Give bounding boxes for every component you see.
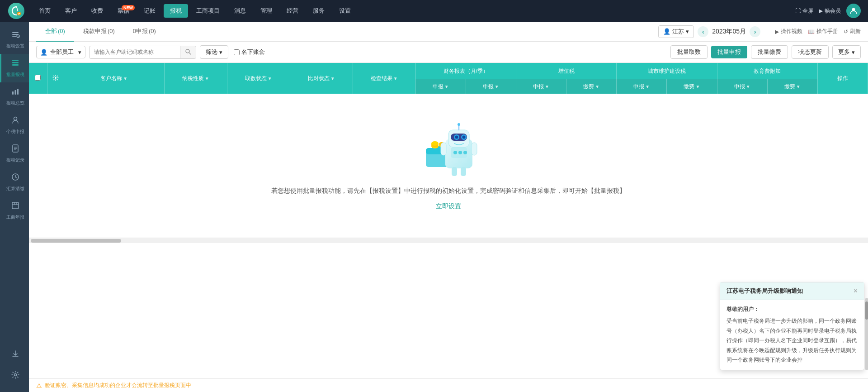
logo-icon (8, 3, 24, 19)
fullscreen-btn[interactable]: ⛶ 全屏 (795, 7, 813, 15)
search-button[interactable] (180, 46, 196, 58)
notification-scroll-thumb[interactable] (865, 301, 868, 320)
filter-edu-pay-icon[interactable]: ▼ (796, 84, 801, 89)
avatar[interactable] (846, 4, 861, 18)
filter-button[interactable]: 筛选 ▾ (200, 45, 228, 59)
more-btn[interactable]: 更多 ▾ (832, 45, 861, 59)
filter-customer-icon[interactable]: ▼ (123, 76, 127, 81)
refresh-btn[interactable]: ↺ 刷新 (844, 28, 861, 35)
sidebar-item-tax-settings[interactable]: 报税设置 (0, 25, 29, 54)
svg-rect-7 (12, 62, 19, 63)
sidebar-item-tax-overview[interactable]: 报税总览 (0, 82, 29, 111)
operation-manual-link[interactable]: 📖 操作手册 (808, 28, 838, 35)
svg-rect-50 (472, 143, 477, 155)
member-btn[interactable]: ▶ 畅会员 (819, 7, 841, 15)
tab-all[interactable]: 全部 (0) (36, 22, 74, 42)
th-city-construction-tax: 城市维护建设税 (617, 63, 717, 79)
select-all-checkbox[interactable] (35, 75, 41, 81)
th-vat-pay: 缴费▼ (566, 79, 617, 94)
province-selector[interactable]: 👤 江苏 ▾ (658, 25, 694, 38)
empty-main-text: 若您想使用批量报税功能，请先在【报税设置】中进行报税的初始化设置，完成密码验证和… (271, 187, 626, 195)
h-scroll-thumb[interactable] (31, 239, 121, 243)
nav-commerce[interactable]: 工商项目 (190, 4, 226, 18)
operation-video-link[interactable]: ▶ 操作视频 (775, 28, 802, 35)
nav-service[interactable]: 服务 (307, 4, 331, 18)
nav-billing[interactable]: 收费 (85, 4, 109, 18)
nav-tax[interactable]: 报税 (164, 4, 188, 18)
nav-accounting[interactable]: 记账 (137, 4, 162, 18)
filter-edu-declare-icon[interactable]: ▼ (746, 84, 750, 89)
svg-rect-6 (12, 60, 19, 61)
batch-pay-btn[interactable]: 批量缴费 (751, 45, 788, 59)
filter-city-declare-icon[interactable]: ▼ (645, 84, 650, 89)
employee-filter[interactable]: 👤 全部员工 ▾ (36, 46, 85, 58)
sidebar-item-batch-tax[interactable]: 批量报税 (0, 54, 29, 82)
svg-point-23 (186, 49, 189, 53)
batch-declare-btn[interactable]: 批量申报 (711, 46, 747, 58)
svg-point-12 (14, 117, 17, 120)
date-navigation: ‹ 2023年05月 › (698, 26, 760, 37)
nav-customer[interactable]: 客户 (59, 4, 83, 18)
tax-overview-icon (11, 87, 20, 98)
robot-illustration (419, 121, 478, 180)
horizontal-scrollbar[interactable] (29, 238, 868, 243)
accounts-checkbox[interactable] (234, 49, 240, 55)
nav-settings[interactable]: 设置 (333, 4, 357, 18)
sidebar-item-personal-tax[interactable]: 个税申报 (0, 111, 29, 139)
svg-rect-18 (12, 202, 19, 209)
nav-invoice[interactable]: 票据 NEW (111, 4, 136, 18)
svg-line-24 (189, 53, 191, 54)
sidebar-download[interactable] (0, 345, 29, 364)
col-customer-label: 客户名称 (100, 75, 122, 82)
nav-operations[interactable]: 经营 (280, 4, 305, 18)
sidebar-item-annual-report[interactable]: 工商年报 (0, 196, 29, 225)
person-icon: 👤 (663, 28, 670, 35)
filter-check-icon[interactable]: ▼ (393, 76, 398, 81)
svg-rect-52 (461, 167, 466, 176)
svg-point-46 (453, 151, 457, 154)
filter-tax-nature-icon[interactable]: ▼ (205, 76, 209, 81)
sidebar-item-tax-records[interactable]: 报税记录 (0, 139, 29, 168)
settlement-icon (11, 172, 20, 184)
search-input[interactable] (90, 47, 180, 57)
filter-chevron-icon: ▾ (219, 49, 222, 56)
filter-vat-pay-icon[interactable]: ▼ (595, 84, 599, 89)
nav-home[interactable]: 首页 (33, 4, 57, 18)
more-chevron-icon: ▾ (852, 49, 855, 56)
svg-point-31 (431, 141, 439, 146)
th-fin-declare2: 申报▼ (466, 79, 516, 94)
tab-tax-declare[interactable]: 税款申报 (0) (74, 22, 124, 42)
app-logo[interactable] (7, 2, 25, 20)
filter-vat-declare-icon[interactable]: ▼ (545, 84, 549, 89)
bottom-bar: ⚠ 验证账密、采集信息均成功的企业才会流转至批量报税页面中 (29, 378, 868, 392)
th-action: 操作 (817, 63, 868, 94)
svg-rect-9 (12, 91, 14, 95)
sidebar-item-settlement[interactable]: 汇算清缴 (0, 168, 29, 196)
employee-icon: 👤 (40, 49, 47, 56)
filter-fin-declare-icon[interactable]: ▼ (444, 84, 449, 89)
filter-compare-icon[interactable]: ▼ (330, 76, 335, 81)
prev-month-btn[interactable]: ‹ (698, 26, 708, 37)
tabs-actions: ▶ 操作视频 📖 操作手册 ↺ 刷新 (775, 28, 861, 35)
search-wrap (89, 46, 196, 59)
tab-zero-declare[interactable]: 0申报 (0) (124, 22, 165, 42)
batch-fetch-btn[interactable]: 批量取数 (670, 45, 708, 59)
settings-icon (11, 370, 20, 380)
nav-management[interactable]: 管理 (254, 4, 278, 18)
svg-point-42 (455, 136, 458, 139)
filter-fin-declare2-icon[interactable]: ▼ (495, 84, 499, 89)
nav-message[interactable]: 消息 (228, 4, 252, 18)
toolbar-right: 批量取数 批量申报 批量缴费 状态更新 更多 ▾ (670, 45, 861, 59)
status-update-btn[interactable]: 状态更新 (792, 45, 829, 59)
sidebar: 报税设置 批量报税 报税总览 (0, 22, 29, 392)
filter-fetch-icon[interactable]: ▼ (268, 76, 272, 81)
sidebar-settings[interactable] (0, 366, 29, 385)
accounts-checkbox-label[interactable]: 名下账套 (234, 48, 265, 56)
next-month-btn[interactable]: › (750, 26, 760, 37)
svg-point-47 (458, 151, 462, 154)
setup-link[interactable]: 立即设置 (436, 202, 461, 210)
notification-close-btn[interactable]: × (854, 287, 858, 295)
notification-scrollbar[interactable] (865, 298, 868, 370)
nav-right-actions: ⛶ 全屏 ▶ 畅会员 (795, 4, 861, 18)
filter-city-pay-icon[interactable]: ▼ (695, 84, 700, 89)
